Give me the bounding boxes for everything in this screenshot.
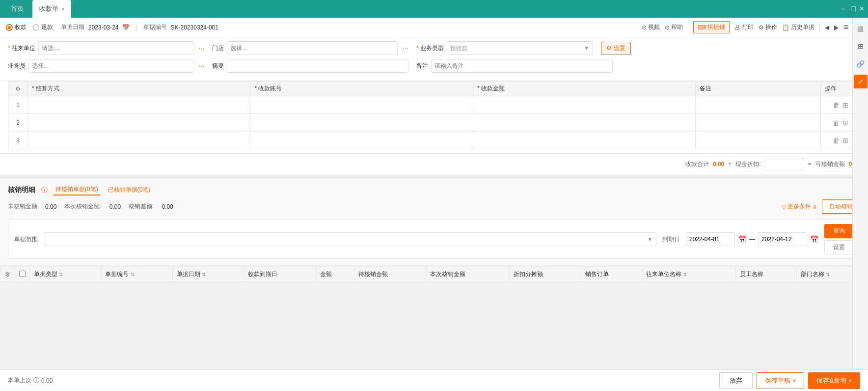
sidebar-icon-4[interactable]: ⤢ — [854, 75, 868, 88]
partner-input[interactable] — [38, 41, 193, 55]
row-1-account[interactable] — [250, 96, 473, 114]
more-filter-btn[interactable]: ▽ 更多条件 ∧ — [782, 202, 817, 211]
data-table-section: ⚙ * 结算方式 * 收款账号 * 收款金额 备注 操作 1 🗑 ⊞ — [0, 81, 868, 153]
btn-list[interactable]: ≡ — [843, 22, 849, 32]
biz-type-select[interactable]: 预收款 ▼ — [447, 41, 593, 55]
reconcile-settings-button[interactable]: 设置 — [824, 240, 854, 254]
row-2-amount[interactable] — [473, 114, 695, 132]
partner-more-icon[interactable]: ··· — [198, 44, 204, 52]
tab-home[interactable]: 首页 — [4, 0, 30, 18]
plus-sign: + — [728, 161, 732, 168]
range-select[interactable]: ▼ — [44, 232, 656, 246]
staff-more-icon[interactable]: ··· — [198, 62, 204, 70]
btn-prev[interactable]: ◀ — [825, 24, 829, 31]
calendar-from-icon[interactable]: 📅 — [738, 235, 746, 243]
sidebar-icon-1[interactable]: ▤ — [854, 22, 868, 35]
doc-num-sort-icon[interactable]: ⇅ — [131, 272, 135, 277]
discount-input[interactable] — [765, 158, 804, 170]
col-settlement: * 结算方式 — [28, 82, 250, 96]
radio-receipt-dot — [6, 24, 13, 31]
row-2-settlement[interactable] — [28, 114, 250, 132]
row-2-notes[interactable] — [696, 114, 821, 132]
this-time-value: 0.00 — [109, 203, 121, 210]
reconcile-info-icon[interactable]: ⓘ — [41, 186, 48, 195]
partner-sort-icon[interactable]: ⇅ — [683, 272, 687, 277]
notes-field: 备注 — [416, 59, 613, 73]
unclaimed-value: 0.00 — [45, 203, 56, 210]
row-3-delete-icon[interactable]: 🗑 — [833, 137, 840, 144]
shop-more-icon[interactable]: ··· — [403, 44, 408, 52]
window-minimize[interactable]: － — [839, 4, 847, 14]
bottom-table-section: ⚙ 单据类型 ⇅ 单据编号 ⇅ 单据日期 ⇅ 收款到期日 金额 — [0, 267, 868, 282]
tab-active[interactable]: 收款单 × — [32, 0, 71, 18]
save-draft-button[interactable]: 保存草稿 ∧ — [757, 372, 804, 389]
abandon-button[interactable]: 放弃 — [719, 372, 753, 389]
window-maximize[interactable]: □ — [851, 4, 856, 13]
notes-input[interactable] — [431, 59, 613, 73]
summary-field: 摘要 — [212, 59, 408, 73]
row-3-amount[interactable] — [473, 132, 695, 149]
due-date-from[interactable] — [686, 232, 735, 246]
toolbar-sep1: | — [136, 24, 137, 31]
doc-date-sort-icon[interactable]: ⇅ — [202, 272, 206, 277]
btn-print[interactable]: 🖨 打印 — [734, 23, 754, 31]
select-all-checkbox[interactable] — [19, 271, 26, 277]
window-close[interactable]: × — [860, 4, 864, 13]
row-2-delete-icon[interactable]: 🗑 — [833, 119, 840, 127]
save-new-button[interactable]: 保存&新增 ∧ — [808, 372, 860, 389]
row-3-settlement[interactable] — [28, 132, 250, 149]
doc-type-sort-icon[interactable]: ⇅ — [59, 272, 63, 277]
row-2-copy-icon[interactable]: ⊞ — [842, 119, 848, 127]
summary-input[interactable] — [227, 59, 408, 73]
tab-close-icon[interactable]: × — [61, 6, 64, 12]
limit-info-icon[interactable]: ⓘ — [33, 376, 39, 385]
print-icon: 🖨 — [734, 24, 740, 31]
row-1-settlement[interactable] — [28, 96, 250, 114]
btn-shortcut[interactable]: ⌨ 快捷键 — [693, 21, 730, 33]
row-3-copy-icon[interactable]: ⊞ — [842, 137, 848, 144]
shop-input[interactable] — [227, 41, 398, 55]
shortcut-icon: ⌨ — [698, 24, 706, 31]
btn-help[interactable]: ⊙ 帮助 — [665, 23, 683, 31]
settings-button[interactable]: ⚙ 设置 — [601, 42, 631, 55]
diff-value: 0.00 — [162, 203, 173, 210]
btn-ops[interactable]: ⚙ 操作 — [759, 23, 777, 31]
row-2-account[interactable] — [250, 114, 473, 132]
row-1-amount[interactable] — [473, 96, 695, 114]
tab-bar-controls: － □ × — [839, 4, 864, 14]
row-1-notes[interactable] — [696, 96, 821, 114]
col-amount: * 收款金额 — [473, 82, 695, 96]
row-3-account[interactable] — [250, 132, 473, 149]
partner-field: * 往来单位 ··· — [8, 41, 204, 55]
bottom-table-settings-icon[interactable]: ⚙ — [5, 271, 10, 278]
toolbar-right: ⊙ 视频 ⊙ 帮助 ⌨ 快捷键 🖨 打印 ⚙ 操作 📋 历史单据 ◀ ▶ ≡ ▦ — [642, 21, 862, 33]
query-button[interactable]: 查询 — [824, 224, 854, 238]
shop-label: 门店 — [212, 44, 224, 53]
btn-history[interactable]: 📋 历史单据 — [782, 23, 814, 31]
calendar-icon[interactable]: 📅 — [122, 24, 130, 31]
btn-next[interactable]: ▶ — [834, 24, 839, 31]
dept-sort-icon[interactable]: ⇅ — [826, 272, 830, 277]
btn-video[interactable]: ⊙ 视频 — [642, 23, 660, 31]
date-value: 2023-03-24 — [88, 24, 118, 31]
col-doc-type: 单据类型 ⇅ — [30, 267, 101, 282]
calendar-to-icon[interactable]: 📅 — [810, 235, 818, 243]
row-1-copy-icon[interactable]: ⊞ — [842, 101, 848, 109]
sidebar-icon-3[interactable]: 🔗 — [854, 57, 868, 71]
tab-done[interactable]: 已核销单据(0笔) — [106, 185, 153, 195]
due-date-to[interactable] — [758, 232, 807, 246]
tab-pending[interactable]: 待核销单据(0笔) — [54, 184, 100, 196]
col-doc-date: 单据日期 ⇅ — [172, 267, 244, 282]
sidebar-icon-2[interactable]: ⊞ — [854, 39, 868, 53]
biz-type-arrow-icon: ▼ — [584, 45, 590, 52]
limit-label: 本单上次 — [8, 376, 31, 385]
radio-receipt[interactable]: 收款 — [6, 23, 27, 31]
biz-type-value: 预收款 — [450, 44, 468, 53]
history-icon: 📋 — [782, 24, 789, 31]
table-settings-icon[interactable]: ⚙ — [15, 85, 21, 92]
footer-right: 放弃 保存草稿 ∧ 保存&新增 ∧ — [719, 372, 860, 389]
row-1-delete-icon[interactable]: 🗑 — [833, 101, 840, 109]
radio-refund[interactable]: 退款 — [32, 23, 53, 31]
staff-input[interactable] — [28, 59, 193, 73]
row-3-notes[interactable] — [696, 132, 821, 149]
